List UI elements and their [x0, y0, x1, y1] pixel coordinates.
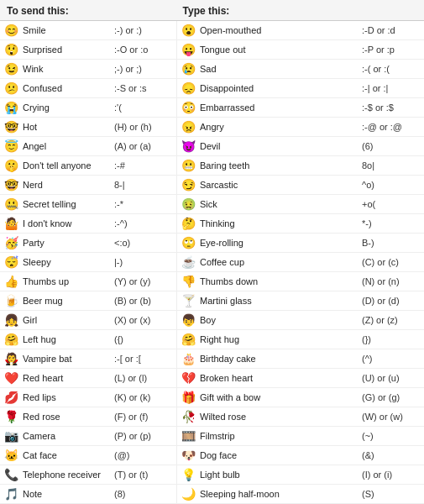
left-emoji-name: Hot — [23, 122, 114, 132]
right-emoji-icon: 😠 — [181, 119, 196, 134]
left-emoji-name: Surprised — [23, 45, 114, 55]
left-side: 😭 Crying :'( — [0, 98, 176, 117]
right-side: 😳 Embarrassed :-$ or :$ — [176, 98, 424, 117]
table-row: 📷 Camera (P) or (p) 🎞️ Filmstrip (~) — [0, 427, 424, 446]
left-side: 😲 Surprised :-O or :o — [0, 40, 176, 59]
left-emoji-icon: ❤️ — [3, 370, 18, 386]
table-row: 😲 Surprised :-O or :o 😛 Tongue out :-P o… — [0, 40, 424, 60]
right-emoji-name: Right hug — [200, 334, 362, 344]
right-emoji-icon: 🥀 — [181, 409, 196, 424]
left-emoji-code: |-) — [114, 257, 173, 267]
table-row: ❤️ Red heart (L) or (l) 💔 Broken heart (… — [0, 369, 424, 388]
left-emoji-code: ({) — [114, 334, 173, 344]
right-side: 🍸 Martini glass (D) or (d) — [176, 291, 424, 310]
table-row: 😇 Angel (A) or (a) 😈 Devil (6) — [0, 137, 424, 156]
right-emoji-icon: 😬 — [181, 158, 196, 173]
right-emoji-name: Broken heart — [200, 373, 362, 383]
right-emoji-code: (C) or (c) — [362, 257, 421, 267]
left-emoji-icon: 🤗 — [3, 332, 18, 347]
right-emoji-name: Boy — [200, 315, 362, 325]
right-side: 😠 Angry :-@ or :@ — [176, 118, 424, 136]
table-row: 🤓 Hot (H) or (h) 😠 Angry :-@ or :@ — [0, 118, 424, 137]
right-emoji-code: (Z) or (z) — [362, 315, 421, 325]
left-emoji-code: (F) or (f) — [114, 412, 173, 422]
left-side: 🎵 Note (8) — [0, 485, 176, 503]
left-emoji-icon: 🤓 — [3, 119, 18, 134]
right-emoji-code: (6) — [362, 141, 421, 151]
left-emoji-icon: 📞 — [3, 467, 18, 482]
right-emoji-code: :-( or :( — [362, 64, 421, 74]
right-emoji-code: (U) or (u) — [362, 373, 421, 383]
left-emoji-code: (X) or (x) — [114, 315, 173, 325]
right-emoji-code: (&) — [362, 450, 421, 460]
left-emoji-icon: 😭 — [3, 100, 18, 115]
right-emoji-name: Filmstrip — [200, 431, 362, 441]
table-row: 📞 Telephone receiver (T) or (t) 💡 Light … — [0, 465, 424, 485]
left-side: 👍 Thumbs up (Y) or (y) — [0, 272, 176, 291]
left-side: ❤️ Red heart (L) or (l) — [0, 369, 176, 387]
left-side: 🤓 Nerd 8-| — [0, 176, 176, 194]
right-emoji-name: Dog face — [200, 450, 362, 460]
table-row: 😉 Wink ;-) or ;) 😢 Sad :-( or :( — [0, 60, 424, 79]
left-side: 😴 Sleepy |-) — [0, 253, 176, 271]
left-side: 🤗 Left hug ({) — [0, 330, 176, 349]
left-emoji-icon: 💋 — [3, 390, 18, 405]
right-side: 😬 Baring teeth 8o| — [176, 156, 424, 175]
table-row: 🤷 I don't know :-^) 🤔 Thinking *-) — [0, 214, 424, 234]
right-emoji-name: Martini glass — [200, 296, 362, 306]
right-emoji-icon: 😮 — [181, 23, 196, 38]
left-emoji-name: Left hug — [23, 334, 114, 344]
right-emoji-icon: 💡 — [181, 467, 196, 482]
left-emoji-icon: 🤷 — [3, 216, 18, 231]
right-emoji-icon: 🤔 — [181, 216, 196, 231]
right-emoji-code: (G) or (g) — [362, 392, 421, 402]
left-emoji-name: Crying — [23, 102, 114, 113]
table-row: 🤗 Left hug ({) 🤗 Right hug (}) — [0, 330, 424, 349]
right-side: ☕ Coffee cup (C) or (c) — [176, 253, 424, 271]
left-emoji-name: Red rose — [23, 412, 114, 422]
right-emoji-icon: 🎁 — [181, 390, 196, 405]
left-emoji-code: (Y) or (y) — [114, 276, 173, 286]
left-emoji-code: 8-| — [114, 180, 173, 190]
left-emoji-code: :-# — [114, 160, 173, 171]
left-emoji-code: :-^) — [114, 218, 173, 228]
right-emoji-name: Disappointed — [200, 83, 362, 93]
right-side: 🐶 Dog face (&) — [176, 446, 424, 465]
left-emoji-code: (L) or (l) — [114, 373, 173, 383]
right-emoji-icon: 😢 — [181, 61, 196, 76]
left-side: 🌹 Red rose (F) or (f) — [0, 407, 176, 426]
right-emoji-name: Sad — [200, 64, 362, 74]
left-side: 🤷 I don't know :-^) — [0, 214, 176, 233]
left-emoji-name: Confused — [23, 83, 114, 93]
left-emoji-name: I don't know — [23, 218, 114, 228]
right-side: 😢 Sad :-( or :( — [176, 60, 424, 78]
right-emoji-code: (~) — [362, 431, 421, 441]
left-emoji-code: (A) or (a) — [114, 141, 173, 151]
left-emoji-code: :-[ or :[ — [114, 354, 173, 364]
left-emoji-code: ;-) or ;) — [114, 64, 173, 74]
table-row: 🌹 Red rose (F) or (f) 🥀 Wilted rose (W) … — [0, 407, 424, 427]
left-emoji-name: Sleepy — [23, 257, 114, 267]
left-side: 🤫 Don't tell anyone :-# — [0, 156, 176, 175]
right-emoji-name: Embarrassed — [200, 102, 362, 113]
right-emoji-name: Tongue out — [200, 45, 362, 55]
left-side: 😉 Wink ;-) or ;) — [0, 60, 176, 78]
right-side: 🙄 Eye-rolling B-) — [176, 234, 424, 252]
left-emoji-code: :-) or :) — [114, 25, 173, 35]
right-emoji-code: +o( — [362, 199, 421, 209]
left-emoji-icon: 👍 — [3, 274, 18, 289]
right-emoji-code: (D) or (d) — [362, 296, 421, 306]
right-emoji-code: (I) or (i) — [362, 470, 421, 480]
right-emoji-name: Devil — [200, 141, 362, 151]
header: To send this: Type this: — [0, 0, 424, 21]
right-side: 😮 Open-mouthed :-D or :d — [176, 21, 424, 39]
right-side: 💔 Broken heart (U) or (u) — [176, 369, 424, 387]
right-emoji-code: (W) or (w) — [362, 412, 421, 422]
left-side: 👧 Girl (X) or (x) — [0, 311, 176, 329]
right-emoji-name: Sick — [200, 199, 362, 209]
left-side: 🥳 Party <:o) — [0, 234, 176, 252]
left-emoji-name: Vampire bat — [23, 354, 114, 364]
left-emoji-name: Camera — [23, 431, 114, 441]
table-row: 😴 Sleepy |-) ☕ Coffee cup (C) or (c) — [0, 253, 424, 272]
right-emoji-code: (N) or (n) — [362, 276, 421, 286]
